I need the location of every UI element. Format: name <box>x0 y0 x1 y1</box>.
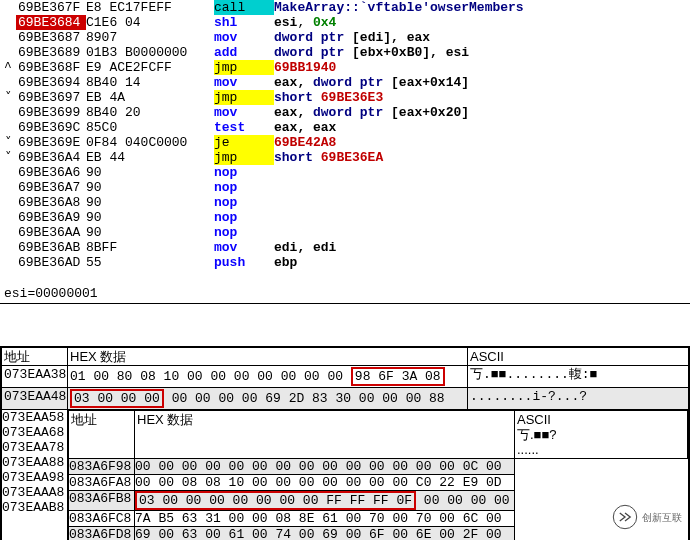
dump-row[interactable]: 083A6FC87A B5 63 31 00 00 08 8E 61 00 70… <box>69 511 688 527</box>
disasm-row[interactable]: 69BE36A690nop <box>0 165 690 180</box>
bytes: 0F84 040C0000 <box>86 135 214 150</box>
operands: 69BE42A8 <box>274 135 686 150</box>
dump-hex: 03 00 00 00 00 00 00 00 FF FF FF 0F 00 0… <box>135 491 515 511</box>
bytes: EB 4A <box>86 90 214 105</box>
dump-row[interactable]: 073EAA4803 00 00 00 00 00 00 00 69 2D 83… <box>2 388 689 410</box>
operands: 69BB1940 <box>274 60 686 75</box>
bytes: 90 <box>86 165 214 180</box>
disasm-row[interactable]: 69BE36998B40 20moveax, dword ptr [eax+0x… <box>0 105 690 120</box>
mnemonic: add <box>214 45 274 60</box>
address: 69BE3694 <box>16 75 86 90</box>
dump-ascii: 丂.■■........輹:■ <box>468 366 689 388</box>
disassembly-panel[interactable]: 69BE367FE8 EC17FEFFcallMakeArray::`vftab… <box>0 0 690 312</box>
dump-row[interactable]: 083A6FB803 00 00 00 00 00 00 00 FF FF FF… <box>69 491 688 511</box>
address: 69BE3689 <box>16 45 86 60</box>
bytes: 8907 <box>86 30 214 45</box>
dump-header-row: 地址 HEX 数据 ASCII <box>2 348 689 366</box>
mnemonic: mov <box>214 30 274 45</box>
mnemonic: mov <box>214 105 274 120</box>
address: 69BE36A6 <box>16 165 86 180</box>
hex-dump-primary[interactable]: 地址 HEX 数据 ASCII 073EAA3801 00 80 08 10 0… <box>0 346 690 540</box>
dump-addr: 073EAA38 <box>2 366 68 388</box>
dump-hex: 00 00 00 00 00 00 00 00 00 00 00 00 00 0… <box>135 459 515 475</box>
panel-divider <box>0 303 690 304</box>
address: 69BE36A4 <box>16 150 86 165</box>
disasm-row[interactable]: 69BE36AB8BFFmovedi, edi <box>0 240 690 255</box>
bytes: 01B3 B0000000 <box>86 45 214 60</box>
dump-hex: 00 00 08 08 10 00 00 00 00 00 00 00 C0 2… <box>135 475 515 491</box>
operands: eax, dword ptr [eax+0x14] <box>274 75 686 90</box>
logo-icon <box>612 504 638 530</box>
bytes: 8BFF <box>86 240 214 255</box>
dump2-header-row: 地址 HEX 数据 ASCII 丂.■■?...... <box>69 411 688 459</box>
mnemonic: je <box>214 135 274 150</box>
dump-row[interactable]: 083A6F9800 00 00 00 00 00 00 00 00 00 00… <box>69 459 688 475</box>
col-hex[interactable]: HEX 数据 <box>135 411 515 459</box>
disasm-row[interactable]: 69BE36AA90nop <box>0 225 690 240</box>
disasm-row[interactable]: 69BE36A890nop <box>0 195 690 210</box>
mnemonic: nop <box>214 195 274 210</box>
mnemonic: jmp <box>214 60 274 75</box>
dump-row[interactable]: 073EAA3801 00 80 08 10 00 00 00 00 00 00… <box>2 366 689 388</box>
disasm-row[interactable]: ˅69BE369E0F84 040C0000je69BE42A8 <box>0 135 690 150</box>
dump-row[interactable]: 083A6FD869 00 63 00 61 00 74 00 69 00 6F… <box>69 527 688 541</box>
dump-hex: 03 00 00 00 00 00 00 00 69 2D 83 30 00 0… <box>68 388 468 410</box>
address: 69BE369E <box>16 135 86 150</box>
operands: dword ptr [ebx+0xB0], esi <box>274 45 686 60</box>
col-ascii[interactable]: ASCII <box>468 348 689 366</box>
address: 69BE3687 <box>16 30 86 45</box>
disasm-row[interactable]: 69BE36A790nop <box>0 180 690 195</box>
disasm-row[interactable]: ˅69BE36A4EB 44jmpshort 69BE36EA <box>0 150 690 165</box>
bytes: 90 <box>86 210 214 225</box>
disasm-row[interactable]: 69BE368901B3 B0000000adddword ptr [ebx+0… <box>0 45 690 60</box>
col-address[interactable]: 地址 <box>69 411 135 459</box>
dump-addr: 073EAA98 <box>2 470 67 485</box>
dump-addr: 083A6FA8 <box>69 475 135 491</box>
mnemonic: mov <box>214 75 274 90</box>
dump-addr: 073EAA68 <box>2 425 67 440</box>
operands: MakeArray::`vftable'owserMembers <box>274 0 686 15</box>
address: 69BE367F <box>16 0 86 15</box>
disasm-row[interactable]: ˅69BE3697EB 4Ajmpshort 69BE36E3 <box>0 90 690 105</box>
bytes: 90 <box>86 195 214 210</box>
dump-addr: 073EAA48 <box>2 388 68 410</box>
dump-addr: 083A6FC8 <box>69 511 135 527</box>
col-hex[interactable]: HEX 数据 <box>68 348 468 366</box>
dump-row[interactable]: 083A6FA800 00 08 08 10 00 00 00 00 00 00… <box>69 475 688 491</box>
mnemonic: nop <box>214 180 274 195</box>
disasm-row[interactable]: 69BE369C85C0testeax, eax <box>0 120 690 135</box>
watermark-text: 创新互联 <box>642 510 682 525</box>
operands: dword ptr [edi], eax <box>274 30 686 45</box>
dump-hex: 01 00 80 08 10 00 00 00 00 00 00 00 98 6… <box>68 366 468 388</box>
operands: edi, edi <box>274 240 686 255</box>
col-address[interactable]: 地址 <box>2 348 68 366</box>
dump-addr: 073EAAB8 <box>2 500 67 515</box>
disasm-row[interactable]: 69BE3684C1E6 04shlesi, 0x4 <box>0 15 690 30</box>
disasm-row[interactable]: 69BE36AD55pushebp <box>0 255 690 270</box>
hex-dump-secondary[interactable]: 地址 HEX 数据 ASCII 丂.■■?...... 083A6F9800 0… <box>68 410 688 540</box>
mnemonic: test <box>214 120 274 135</box>
dump-addr: 083A6FB8 <box>69 491 135 511</box>
bytes: 85C0 <box>86 120 214 135</box>
mnemonic: mov <box>214 240 274 255</box>
disasm-row[interactable]: 69BE36878907movdword ptr [edi], eax <box>0 30 690 45</box>
disasm-row[interactable]: 69BE36A990nop <box>0 210 690 225</box>
col-ascii[interactable]: ASCII 丂.■■?...... <box>515 411 688 459</box>
mnemonic: nop <box>214 165 274 180</box>
bytes: 55 <box>86 255 214 270</box>
disasm-row[interactable]: 69BE367FE8 EC17FEFFcallMakeArray::`vftab… <box>0 0 690 15</box>
nested-dump-row: 073EAA58073EAA68073EAA78073EAA88073EAA98… <box>2 410 689 541</box>
dump-addr: 073EAA78 <box>2 440 67 455</box>
operands: short 69BE36E3 <box>274 90 686 105</box>
register-status: esi=00000001 <box>0 285 690 302</box>
mnemonic: jmp <box>214 150 274 165</box>
bytes: 8B40 14 <box>86 75 214 90</box>
dump-addr: 073EAAA8 <box>2 485 67 500</box>
disasm-row[interactable] <box>0 270 690 285</box>
disasm-row[interactable]: ^69BE368FE9 ACE2FCFFjmp69BB1940 <box>0 60 690 75</box>
mnemonic: jmp <box>214 90 274 105</box>
disasm-row[interactable]: 69BE36948B40 14moveax, dword ptr [eax+0x… <box>0 75 690 90</box>
operands: ebp <box>274 255 686 270</box>
operands: eax, eax <box>274 120 686 135</box>
dump-addr: 083A6FD8 <box>69 527 135 541</box>
